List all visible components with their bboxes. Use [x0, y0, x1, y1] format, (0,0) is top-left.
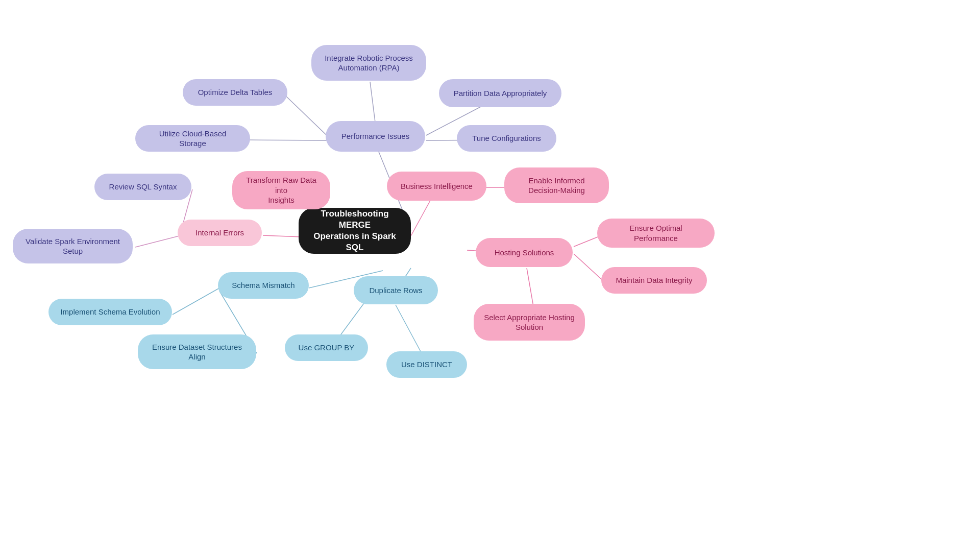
integrate-rpa-label: Integrate Robotic Process Automation (RP…: [325, 53, 413, 73]
integrate-rpa-node: Integrate Robotic Process Automation (RP…: [311, 45, 426, 81]
utilize-cloud-node: Utilize Cloud-Based Storage: [135, 125, 250, 152]
use-group-by-node: Use GROUP BY: [285, 334, 368, 361]
schema-mismatch-label: Schema Mismatch: [232, 280, 295, 291]
ensure-dataset-label: Ensure Dataset Structures Align: [152, 342, 242, 362]
partition-data-label: Partition Data Appropriately: [454, 88, 547, 99]
center-node: Troubleshooting MERGE Operations in Spar…: [299, 208, 411, 254]
validate-spark-label: Validate Spark Environment Setup: [26, 236, 120, 256]
svg-line-11: [135, 235, 181, 247]
use-distinct-node: Use DISTINCT: [386, 351, 467, 378]
utilize-cloud-label: Utilize Cloud-Based Storage: [145, 129, 240, 149]
select-hosting-label: Select Appropriate Hosting Solution: [484, 312, 575, 332]
svg-line-2: [286, 96, 327, 135]
implement-schema-node: Implement Schema Evolution: [48, 299, 172, 325]
internal-errors-label: Internal Errors: [195, 228, 244, 238]
hosting-solutions-node: Hosting Solutions: [476, 238, 573, 267]
performance-issues-node: Performance Issues: [326, 121, 425, 152]
ensure-dataset-node: Ensure Dataset Structures Align: [138, 334, 256, 369]
svg-line-17: [173, 288, 219, 315]
review-sql-node: Review SQL Syntax: [94, 174, 191, 200]
transform-raw-label: Transform Raw Data into Insights: [242, 175, 320, 205]
maintain-data-label: Maintain Data Integrity: [616, 275, 692, 285]
optimize-delta-label: Optimize Delta Tables: [198, 87, 273, 98]
maintain-data-node: Maintain Data Integrity: [601, 267, 707, 294]
use-group-by-label: Use GROUP BY: [299, 343, 355, 353]
optimize-delta-node: Optimize Delta Tables: [183, 79, 287, 106]
use-distinct-label: Use DISTINCT: [401, 359, 452, 370]
select-hosting-node: Select Appropriate Hosting Solution: [474, 304, 585, 341]
internal-errors-node: Internal Errors: [178, 220, 262, 246]
performance-issues-label: Performance Issues: [341, 131, 409, 141]
tune-configurations-label: Tune Configurations: [472, 133, 541, 143]
center-label: Troubleshooting MERGE Operations in Spar…: [309, 208, 401, 253]
schema-mismatch-node: Schema Mismatch: [218, 272, 309, 299]
svg-line-14: [574, 254, 605, 283]
enable-informed-label: Enable Informed Decision-Making: [528, 176, 585, 196]
transform-raw-node: Transform Raw Data into Insights: [232, 171, 330, 209]
duplicate-rows-node: Duplicate Rows: [354, 276, 438, 304]
validate-spark-node: Validate Spark Environment Setup: [13, 229, 133, 263]
svg-line-13: [574, 236, 600, 247]
ensure-optimal-node: Ensure Optimal Performance: [597, 219, 715, 248]
implement-schema-label: Implement Schema Evolution: [60, 307, 160, 317]
business-intelligence-label: Business Intelligence: [401, 181, 473, 191]
tune-configurations-node: Tune Configurations: [457, 125, 556, 152]
review-sql-label: Review SQL Syntax: [109, 182, 177, 192]
partition-data-node: Partition Data Appropriately: [439, 79, 561, 107]
duplicate-rows-label: Duplicate Rows: [369, 285, 422, 296]
svg-line-3: [249, 140, 327, 140]
ensure-optimal-label: Ensure Optimal Performance: [607, 223, 704, 243]
hosting-solutions-label: Hosting Solutions: [495, 248, 554, 258]
enable-informed-node: Enable Informed Decision-Making: [504, 167, 609, 203]
business-intelligence-node: Business Intelligence: [387, 172, 486, 201]
svg-line-15: [527, 268, 533, 306]
